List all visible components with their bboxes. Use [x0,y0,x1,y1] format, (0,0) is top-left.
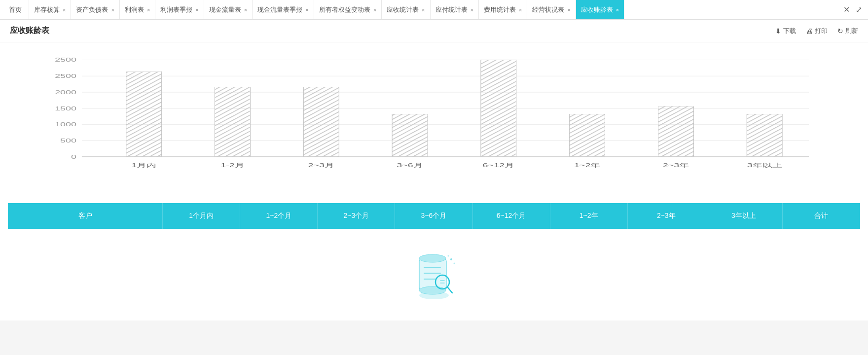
page-header: 应收账龄表 ⬇ 下载 🖨 打印 ↻ 刷新 [0,20,868,42]
tab-cashflow[interactable]: 现金流量表× [204,0,253,20]
empty-state [8,229,860,313]
svg-point-46 [448,255,449,257]
table-header-cell-8: 3年以上 [705,203,783,229]
tab-close-icon-ar-stats[interactable]: × [422,7,425,13]
print-icon: 🖨 [806,27,813,35]
chart-area: 0 500 1000 1500 2000 2500 2500 1月内 1-2月 [8,50,860,198]
svg-point-40 [438,278,446,286]
tab-close-icon-cashflow-quarterly[interactable]: × [305,7,308,13]
print-label: 打印 [815,27,828,36]
tab-label-profit-quarterly: 利润表季报 [160,5,192,14]
svg-text:2~3月: 2~3月 [308,163,334,168]
svg-text:2500: 2500 [55,73,76,79]
svg-rect-23 [481,60,516,157]
svg-rect-25 [570,114,605,157]
tab-close-icon-ap-stats[interactable]: × [470,7,473,13]
tab-label-cashflow: 现金流量表 [209,5,241,14]
svg-rect-29 [747,114,782,157]
svg-rect-19 [303,87,339,156]
tab-label-inventory: 库存核算 [34,5,60,14]
maximize-window-icon[interactable]: ⤢ [856,5,862,14]
svg-text:3~6月: 3~6月 [397,163,423,168]
svg-text:1~2年: 1~2年 [574,163,600,168]
table-header-cell-2: 1~2个月 [240,203,318,229]
tab-label-ar-stats: 应收统计表 [387,5,419,14]
svg-text:500: 500 [60,138,76,143]
svg-text:6~12月: 6~12月 [483,163,514,168]
svg-text:2~3年: 2~3年 [663,163,689,168]
svg-line-41 [447,287,452,293]
table-header-cell-5: 6~12个月 [473,203,550,229]
tab-bar: 首页库存核算×资产负债表×利润表×利润表季报×现金流量表×现金流量表季报×所有者… [0,0,868,20]
svg-point-45 [454,263,455,264]
svg-text:1000: 1000 [55,122,76,127]
svg-text:2000: 2000 [55,90,76,95]
tab-close-icon-profit-quarterly[interactable]: × [195,7,198,13]
tab-label-profit: 利润表 [125,5,144,14]
main-content: 0 500 1000 1500 2000 2500 2500 1月内 1-2月 [0,42,868,320]
tab-operation[interactable]: 经营状况表× [527,0,576,20]
tab-close-icon-profit[interactable]: × [147,7,150,13]
table-header-cell-1: 1个月内 [163,203,240,229]
tab-label-ar-aging: 应收账龄表 [581,5,613,14]
tab-label-expense-stats: 费用统计表 [484,5,516,14]
header-actions: ⬇ 下载 🖨 打印 ↻ 刷新 [775,27,858,36]
download-label: 下载 [783,27,796,36]
tab-home[interactable]: 首页 [2,0,29,20]
svg-rect-27 [658,106,693,157]
tab-equity[interactable]: 所有者权益变动表× [314,0,382,20]
tab-label-ap-stats: 应付统计表 [435,5,468,14]
refresh-icon: ↻ [837,27,843,35]
svg-rect-15 [126,72,162,157]
svg-text:0: 0 [71,154,76,159]
tab-label-cashflow-quarterly: 现金流量表季报 [257,5,302,14]
close-window-icon[interactable]: ✕ [843,5,850,14]
download-button[interactable]: ⬇ 下载 [775,27,796,36]
svg-point-35 [419,286,446,294]
download-icon: ⬇ [775,27,781,35]
table-header-cell-3: 2~3个月 [318,203,395,229]
tab-profit[interactable]: 利润表× [120,0,155,20]
tab-close-icon-ar-aging[interactable]: × [616,7,619,13]
window-controls: ✕ ⤢ [843,5,866,14]
tab-label-equity: 所有者权益变动表 [319,5,370,14]
empty-icon [407,248,461,303]
tab-balance[interactable]: 资产负债表× [71,0,119,20]
tab-close-icon-expense-stats[interactable]: × [519,7,522,13]
table-header: 客户1个月内1~2个月2~3个月3~6个月6~12个月1~2年2~3年3年以上合… [8,203,860,229]
tab-close-icon-cashflow[interactable]: × [244,7,247,13]
refresh-label: 刷新 [845,27,858,36]
tab-close-icon-balance[interactable]: × [111,7,114,13]
tab-profit-quarterly[interactable]: 利润表季报× [155,0,204,20]
bar-chart: 0 500 1000 1500 2000 2500 2500 1月内 1-2月 [37,55,835,178]
tab-expense-stats[interactable]: 费用统计表× [479,0,527,20]
page-title: 应收账龄表 [10,26,49,36]
tab-label-home: 首页 [9,5,22,14]
tab-ap-stats[interactable]: 应付统计表× [431,0,479,20]
svg-text:2500: 2500 [55,57,76,63]
refresh-button[interactable]: ↻ 刷新 [837,27,858,36]
svg-rect-17 [215,87,251,156]
svg-point-44 [450,258,452,260]
tab-label-operation: 经营状况表 [532,5,564,14]
tab-close-icon-equity[interactable]: × [373,7,376,13]
table-header-cell-4: 3~6个月 [395,203,472,229]
svg-text:1-2月: 1-2月 [220,163,245,168]
tab-ar-stats[interactable]: 应收统计表× [382,0,430,20]
svg-rect-21 [392,114,428,157]
tab-close-icon-inventory[interactable]: × [63,7,66,13]
svg-text:1500: 1500 [55,106,76,111]
table-header-cell-0: 客户 [8,203,163,229]
tab-close-icon-operation[interactable]: × [567,7,570,13]
svg-text:1月内: 1月内 [131,163,156,168]
tab-ar-aging[interactable]: 应收账龄表× [576,0,624,20]
print-button[interactable]: 🖨 打印 [806,27,828,36]
table-header-cell-7: 2~3年 [628,203,705,229]
tab-inventory[interactable]: 库存核算× [29,0,71,20]
table-header-cell-6: 1~2年 [550,203,628,229]
tab-label-balance: 资产负债表 [76,5,108,14]
table-header-cell-9: 合计 [783,203,860,229]
svg-text:3年以上: 3年以上 [747,163,782,168]
tab-cashflow-quarterly[interactable]: 现金流量表季报× [253,0,314,20]
svg-point-34 [419,254,446,262]
